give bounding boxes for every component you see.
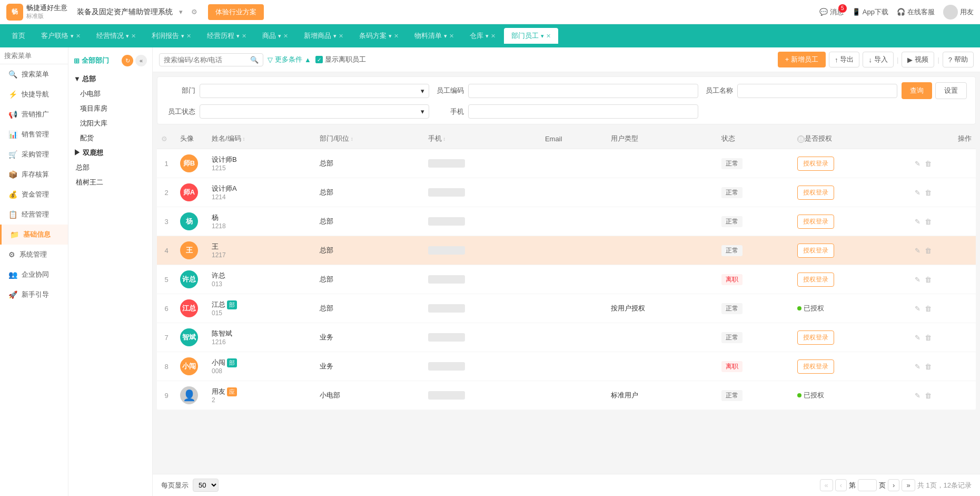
edit-icon[interactable]: ✎ (915, 247, 920, 255)
sidebar-item-8[interactable]: 📁 基础信息 (0, 225, 68, 245)
sidebar-item-10[interactable]: 👥 企业协同 (0, 265, 68, 285)
dept-tree-parent-shuanglu[interactable]: ▶ 双鹿想 (68, 145, 152, 160)
nav-tab-商品[interactable]: 商品▾✕ (255, 28, 295, 44)
tab-close-icon[interactable]: ✕ (76, 33, 81, 40)
help-button[interactable]: ? 帮助 (943, 52, 974, 67)
dept-item-xiaodianbu[interactable]: 小电部 (68, 86, 152, 101)
tab-close-icon[interactable]: ✕ (131, 33, 136, 40)
nav-tab-新增商品[interactable]: 新增商品▾✕ (296, 28, 351, 44)
edit-icon[interactable]: ✎ (915, 305, 920, 313)
sidebar-item-1[interactable]: ⚡ 快捷导航 (0, 84, 68, 104)
sidebar-item-4[interactable]: 🛒 采购管理 (0, 144, 68, 164)
edit-icon[interactable]: ✎ (915, 189, 920, 197)
tab-close-icon[interactable]: ✕ (242, 33, 246, 40)
sidebar-search-input[interactable] (4, 52, 68, 60)
delete-icon[interactable]: 🗑 (925, 276, 932, 284)
view-button[interactable]: ▶ 视频 (902, 52, 934, 67)
page-size-select[interactable]: 50 (193, 479, 219, 492)
tab-close-icon[interactable]: ✕ (283, 33, 288, 40)
nav-tab-物料清单[interactable]: 物料清单▾✕ (407, 28, 461, 44)
phone-input[interactable] (468, 104, 698, 119)
auth-info-icon[interactable]: ⓘ (797, 135, 805, 143)
page-number-input[interactable]: 1 (858, 479, 877, 491)
auth-button[interactable]: 授权登录 (797, 273, 834, 287)
sidebar-item-2[interactable]: 📢 营销推广 (0, 104, 68, 124)
delete-icon[interactable]: 🗑 (925, 305, 932, 313)
edit-icon[interactable]: ✎ (915, 334, 920, 342)
app-download-button[interactable]: 📱 App下载 (852, 7, 888, 17)
first-page-button[interactable]: « (820, 479, 833, 491)
employee-name-input[interactable] (737, 84, 897, 98)
nav-tab-客户联络[interactable]: 客户联络▾✕ (34, 28, 88, 44)
delete-icon[interactable]: 🗑 (925, 392, 932, 400)
reset-button[interactable]: 设置 (935, 82, 967, 99)
auth-button[interactable]: 授权登录 (797, 244, 834, 258)
tab-close-icon[interactable]: ✕ (394, 33, 399, 40)
nav-tab-经营历程[interactable]: 经营历程▾✕ (200, 28, 254, 44)
show-resigned-toggle[interactable]: ✓ 显示离职员工 (315, 55, 366, 64)
tab-close-icon[interactable]: ✕ (449, 33, 454, 40)
prev-page-button[interactable]: ‹ (835, 479, 847, 491)
col-name-header[interactable]: 姓名/编码 (207, 129, 315, 149)
nav-tab-首页[interactable]: 首页 (4, 28, 33, 44)
edit-icon[interactable]: ✎ (915, 363, 920, 371)
auth-button[interactable]: 授权登录 (797, 157, 834, 171)
tab-close-icon[interactable]: ✕ (186, 33, 191, 40)
trial-button[interactable]: 体验行业方案 (208, 4, 264, 20)
tab-close-icon[interactable]: ✕ (491, 33, 496, 40)
edit-icon[interactable]: ✎ (915, 392, 920, 400)
sidebar-item-5[interactable]: 📦 库存核算 (0, 164, 68, 184)
import-button[interactable]: ↓ 导入 (863, 52, 894, 67)
nav-tab-条码方案[interactable]: 条码方案▾✕ (352, 28, 406, 44)
nav-tab-经营情况[interactable]: 经营情况▾✕ (89, 28, 143, 44)
auth-button[interactable]: 授权登录 (797, 186, 834, 200)
message-button[interactable]: 💬 5 消息 (819, 7, 844, 17)
dept-item-zhishu[interactable]: 植树王二 (68, 175, 152, 190)
sidebar-item-0[interactable]: 🔍 搜索菜单 (0, 64, 68, 84)
sidebar-item-7[interactable]: 📋 经营管理 (0, 205, 68, 225)
auth-button[interactable]: 授权登录 (797, 215, 834, 229)
user-menu[interactable]: 用友 (943, 5, 974, 20)
sidebar-item-9[interactable]: ⚙ 系统管理 (0, 245, 68, 265)
filter-status-select[interactable]: ▾ (200, 104, 429, 119)
edit-icon[interactable]: ✎ (915, 276, 920, 284)
delete-icon[interactable]: 🗑 (925, 334, 932, 342)
employee-code-input[interactable] (468, 84, 698, 98)
online-service-button[interactable]: 🎧 在线客服 (897, 7, 935, 17)
add-employee-button[interactable]: + 新增员工 (778, 52, 826, 67)
sidebar-item-11[interactable]: 🚀 新手引导 (0, 285, 68, 305)
export-button[interactable]: ↑ 导出 (829, 52, 860, 67)
dept-item-zongbu2[interactable]: 总部 (68, 160, 152, 175)
nav-tab-利润报告[interactable]: 利润报告▾✕ (144, 28, 199, 44)
filter-dept-select[interactable]: ▾ (200, 84, 429, 98)
query-button[interactable]: 查询 (902, 82, 932, 99)
edit-icon[interactable]: ✎ (915, 218, 920, 226)
delete-icon[interactable]: 🗑 (925, 363, 932, 371)
nav-tab-仓库[interactable]: 仓库▾✕ (462, 28, 503, 44)
nav-tab-部门员工[interactable]: 部门员工▾✕ (504, 28, 558, 44)
last-page-button[interactable]: » (902, 479, 915, 491)
sidebar-item-3[interactable]: 📊 销售管理 (0, 124, 68, 144)
delete-icon[interactable]: 🗑 (925, 189, 932, 197)
tab-close-icon[interactable]: ✕ (546, 33, 551, 40)
dept-tree-parent-zongbu[interactable]: ▼ 总部 (68, 72, 152, 86)
more-conditions-button[interactable]: ▽ 更多条件 ▲ (268, 55, 311, 64)
delete-icon[interactable]: 🗑 (925, 247, 932, 255)
dept-item-xiangmu[interactable]: 项目库房 (68, 101, 152, 116)
sidebar-item-6[interactable]: 💰 资金管理 (0, 184, 68, 205)
dept-item-peihuo[interactable]: 配货 (68, 131, 152, 145)
dept-refresh-button[interactable]: ↻ (122, 55, 133, 66)
col-dept-header[interactable]: 部门/职位 (315, 129, 423, 149)
tab-close-icon[interactable]: ✕ (339, 33, 343, 40)
column-settings-icon[interactable]: ⚙ (161, 135, 167, 143)
search-input[interactable] (164, 56, 248, 64)
auth-button[interactable]: 授权登录 (797, 330, 834, 345)
auth-button[interactable]: 授权登录 (797, 359, 834, 374)
delete-icon[interactable]: 🗑 (925, 218, 932, 226)
col-phone-header[interactable]: 手机 (424, 129, 541, 149)
dept-item-shenyang[interactable]: 沈阳大库 (68, 116, 152, 131)
delete-icon[interactable]: 🗑 (925, 160, 932, 168)
dept-collapse-button[interactable]: « (135, 55, 147, 66)
next-page-button[interactable]: › (888, 479, 899, 491)
edit-icon[interactable]: ✎ (915, 160, 920, 168)
